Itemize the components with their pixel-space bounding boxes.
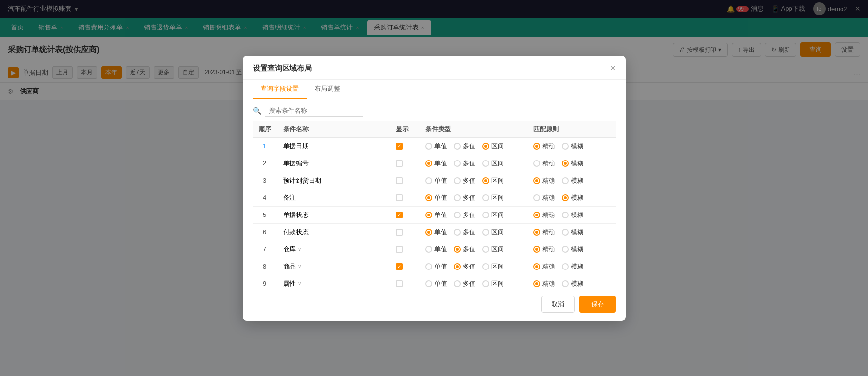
dialog-title: 设置查询区域布局: [253, 64, 312, 73]
dialog-header: 设置查询区域布局 ×: [243, 56, 626, 80]
settings-dialog: 设置查询区域布局 × 查询字段设置 布局调整 🔍 顺序 条件名称: [243, 56, 626, 101]
dialog-overlay: 设置查询区域布局 × 查询字段设置 布局调整 🔍 顺序 条件名称: [0, 0, 868, 100]
tab-layout-label: 布局调整: [315, 85, 340, 92]
search-box: 🔍: [243, 99, 626, 101]
tab-layout[interactable]: 布局调整: [307, 80, 348, 99]
tab-fields-label: 查询字段设置: [261, 85, 299, 92]
dialog-close-btn[interactable]: ×: [610, 64, 616, 73]
tab-fields[interactable]: 查询字段设置: [253, 80, 307, 99]
dialog-tabs: 查询字段设置 布局调整: [243, 80, 626, 99]
